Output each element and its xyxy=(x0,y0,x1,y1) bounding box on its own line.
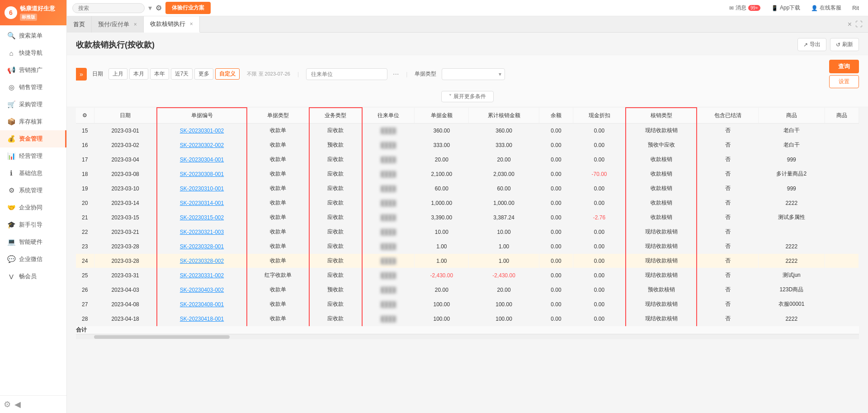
table-cell: 0.00 xyxy=(573,254,626,268)
sidebar-item-hardware[interactable]: 💻 智能硬件 xyxy=(0,233,66,251)
table-cell: ████ xyxy=(362,196,415,210)
table-cell: 应收款 xyxy=(309,196,362,210)
table-cell[interactable]: SK-20230321-003 xyxy=(157,225,247,239)
this-year-btn[interactable]: 本年 xyxy=(150,68,169,80)
online-service-button[interactable]: 👤 在线客服 xyxy=(807,2,845,14)
expand-more-button[interactable]: ˅ 展开更多条件 xyxy=(441,91,494,102)
table-cell[interactable]: SK-20230408-001 xyxy=(157,297,247,312)
table-cell: 应收款 xyxy=(309,268,362,283)
logo-text: 畅康道好生意 标推版 xyxy=(20,5,55,21)
filter-settings-button[interactable]: 设置 xyxy=(829,75,859,88)
table-cell: 0.00 xyxy=(539,225,573,239)
sidebar-item-label: 企业协同 xyxy=(19,204,42,212)
sidebar-item-basic[interactable]: ℹ 基础信息 xyxy=(0,165,66,182)
table-cell: 100.00 xyxy=(415,312,469,326)
table-cell: 老白干 xyxy=(758,138,825,152)
window-close-button[interactable]: × xyxy=(848,20,852,28)
app-download-button[interactable]: 📱 App下载 xyxy=(768,2,804,14)
last-7-days-btn[interactable]: 近7天 xyxy=(171,68,193,80)
sidebar-item-marketing[interactable]: 📢 营销推广 xyxy=(0,62,66,79)
export-icon: ↗ xyxy=(803,42,808,48)
table-row: 202023-03-14SK-20230314-001收款单应收款████1,0… xyxy=(76,196,859,210)
table-cell: 10.00 xyxy=(469,225,539,239)
table-cell: 999 xyxy=(758,181,825,196)
table-cell[interactable]: SK-20230304-001 xyxy=(157,152,247,167)
sidebar-item-inventory[interactable]: 📦 库存核算 xyxy=(0,113,66,130)
sidebar-item-search[interactable]: 🔍 搜索菜单 xyxy=(0,27,66,44)
sidebar-item-sales[interactable]: ◎ 销售管理 xyxy=(0,79,66,96)
table-cell: 否 xyxy=(697,239,758,254)
scrollbar-thumb[interactable] xyxy=(94,335,230,339)
horizontal-scrollbar[interactable] xyxy=(76,334,859,339)
voucher-type-select[interactable] xyxy=(442,68,505,80)
table-cell[interactable]: SK-20230310-001 xyxy=(157,181,247,196)
table-cell[interactable]: SK-20230403-002 xyxy=(157,283,247,297)
sidebar-item-system[interactable]: ⚙ 系统管理 xyxy=(0,182,66,199)
counterparty-input[interactable] xyxy=(306,68,387,80)
table-cell[interactable]: SK-20230328-001 xyxy=(157,239,247,254)
table-cell: 0.00 xyxy=(539,210,573,225)
tab-home[interactable]: 首页 xyxy=(67,16,92,33)
table-cell: 衣服00001 xyxy=(758,297,825,312)
table-cell[interactable]: SK-20230314-001 xyxy=(157,196,247,210)
table-row: 192023-03-10SK-20230310-001收款单应收款████60.… xyxy=(76,181,859,196)
refresh-button[interactable]: ↺ 刷新 xyxy=(830,38,859,51)
table-cell[interactable]: SK-20230302-002 xyxy=(157,138,247,152)
table-cell: 2023-03-31 xyxy=(94,268,157,283)
collapse-button[interactable]: ◀ xyxy=(14,399,21,409)
this-month-btn[interactable]: 本月 xyxy=(129,68,148,80)
table-cell: 0.00 xyxy=(539,123,573,138)
table-row: 252023-03-31SK-20230331-002红字收款单应收款████-… xyxy=(76,268,859,283)
table-cell[interactable]: SK-20230308-001 xyxy=(157,167,247,181)
sidebar-item-label: 基础信息 xyxy=(19,169,42,177)
custom-date-btn[interactable]: 自定义 xyxy=(215,68,240,80)
tab-prepay[interactable]: 预付/应付单 × xyxy=(92,16,144,33)
industry-solution-button[interactable]: 体验行业方案 xyxy=(165,2,211,14)
table-cell[interactable]: SK-20230418-001 xyxy=(157,312,247,326)
table-cell: 60.00 xyxy=(415,181,469,196)
table-cell: ████ xyxy=(362,123,415,138)
table-body: 152023-03-01SK-20230301-002收款单应收款████360… xyxy=(76,123,859,326)
window-expand-button[interactable]: ⛶ xyxy=(855,20,863,28)
last-month-btn[interactable]: 上月 xyxy=(108,68,127,80)
more-date-btn[interactable]: 更多 xyxy=(194,68,213,80)
header-row: ⚙ 日期 单据编号 单据类型 业务类型 往来单位 单据金额 累计核销金额 余额 … xyxy=(76,108,859,123)
table-cell: 应收款 xyxy=(309,297,362,312)
sidebar-item-cooperation[interactable]: 🤝 企业协同 xyxy=(0,199,66,216)
table-cell[interactable]: SK-20230301-002 xyxy=(157,123,247,138)
tab-collection-close[interactable]: × xyxy=(190,16,193,32)
sidebar-item-wechat[interactable]: 💬 企业微信 xyxy=(0,251,66,268)
table-cell: 现结收款核销 xyxy=(626,268,697,283)
gear-icon[interactable]: ⚙ xyxy=(156,4,162,12)
table-cell[interactable]: SK-20230331-002 xyxy=(157,268,247,283)
tab-prepay-label: 预付/应付单 xyxy=(98,16,129,33)
table-cell[interactable]: SK-20230328-002 xyxy=(157,254,247,268)
page-title: 收款核销执行(按收款) xyxy=(76,39,155,50)
table-container: ⚙ 日期 单据编号 单据类型 业务类型 往来单位 单据金额 累计核销金额 余额 … xyxy=(67,107,868,413)
sidebar-item-guide[interactable]: 🎓 新手引导 xyxy=(0,216,66,233)
table-cell: 应收款 xyxy=(309,239,362,254)
sidebar-item-finance[interactable]: 💰 资金管理 xyxy=(0,130,66,147)
sidebar-menu: 🔍 搜索菜单 ⌂ 快捷导航 📢 营销推广 ◎ 销售管理 🛒 采购管理 📦 库存核… xyxy=(0,25,66,395)
settings-button[interactable]: ⚙ xyxy=(4,399,11,409)
tab-collection[interactable]: 收款核销执行 × xyxy=(144,16,200,33)
tab-prepay-close[interactable]: × xyxy=(134,16,137,33)
th-settings[interactable]: ⚙ xyxy=(76,108,94,123)
sidebar-item-member[interactable]: V 畅会员 xyxy=(0,268,66,285)
messages-button[interactable]: ✉ 消息 99+ xyxy=(726,2,764,14)
search-input[interactable] xyxy=(72,3,145,13)
query-button[interactable]: 查询 xyxy=(829,60,859,73)
table-cell xyxy=(825,268,859,283)
export-button[interactable]: ↗ 导出 xyxy=(797,38,826,51)
table-cell[interactable]: SK-20230315-002 xyxy=(157,210,247,225)
filter-expand-button[interactable]: » xyxy=(76,68,87,81)
sidebar-item-label: 经营管理 xyxy=(19,152,42,160)
sidebar-item-purchase[interactable]: 🛒 采购管理 xyxy=(0,96,66,113)
sidebar-item-operations[interactable]: 📊 经营管理 xyxy=(0,147,66,165)
dropdown-icon[interactable]: ▾ xyxy=(148,4,152,12)
table-cell: 2023-03-04 xyxy=(94,152,157,167)
counterparty-dots[interactable]: ··· xyxy=(393,70,399,78)
table-cell: 收款单 xyxy=(247,283,309,297)
table-cell: 收款核销 xyxy=(626,210,697,225)
sidebar-item-quicknav[interactable]: ⌂ 快捷导航 xyxy=(0,44,66,62)
